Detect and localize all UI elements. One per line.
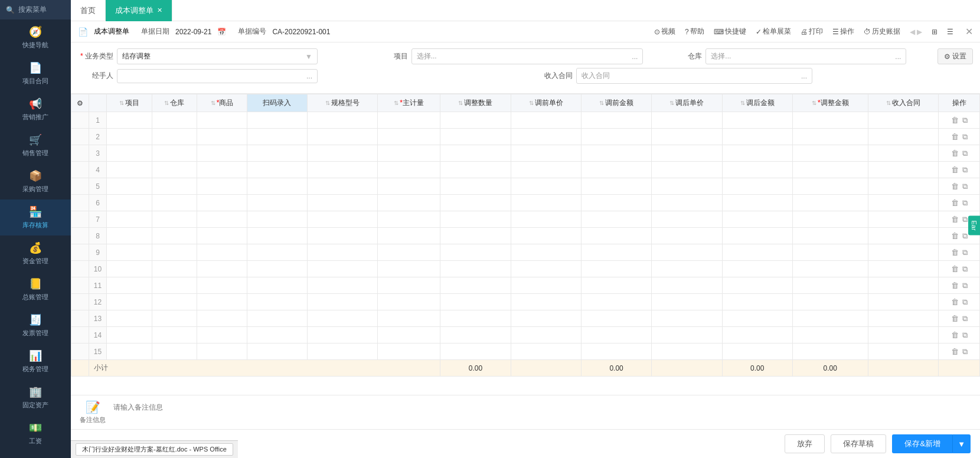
table-cell[interactable] [792,244,868,261]
table-cell[interactable] [511,277,581,294]
table-cell[interactable] [581,211,651,228]
table-cell[interactable] [868,228,938,244]
table-cell[interactable] [197,145,247,162]
sidebar-item-finance[interactable]: 💰 资金管理 [0,235,71,271]
table-cell[interactable] [107,277,152,294]
delete-row-icon[interactable]: 🗑 [951,314,959,323]
table-cell[interactable] [652,277,722,294]
table-cell[interactable] [197,112,247,129]
sidebar-item-payroll[interactable]: 💵 工资 [0,416,71,452]
table-cell[interactable] [107,178,152,195]
table-cell[interactable] [152,228,197,244]
table-cell[interactable] [581,344,651,360]
table-cell[interactable] [511,211,581,228]
table-cell[interactable] [107,228,152,244]
tab-close-icon[interactable]: ✕ [157,6,162,14]
table-cell[interactable] [152,277,197,294]
sidebar-item-sales-mgmt[interactable]: 🛒 销售管理 [0,127,71,163]
table-cell[interactable] [377,129,440,145]
table-cell[interactable] [307,178,377,195]
table-cell[interactable] [511,228,581,244]
table-cell[interactable] [197,344,247,360]
table-cell[interactable] [581,327,651,344]
table-cell[interactable] [722,277,792,294]
table-cell[interactable] [377,294,440,310]
table-cell[interactable] [247,261,308,277]
table-cell[interactable] [511,344,581,360]
table-cell[interactable] [197,277,247,294]
table-cell[interactable] [868,344,938,360]
table-cell[interactable] [652,112,722,129]
table-cell[interactable] [377,327,440,344]
table-cell[interactable] [652,129,722,145]
abandon-button[interactable]: 放弃 [785,434,825,453]
delete-row-icon[interactable]: 🗑 [951,165,959,174]
table-cell[interactable] [307,162,377,178]
table-cell[interactable] [377,145,440,162]
grid-view-btn[interactable]: ⊞ [929,28,940,36]
copy-row-icon[interactable]: ⧉ [962,116,968,125]
table-cell[interactable] [377,112,440,129]
table-cell[interactable] [511,261,581,277]
table-cell[interactable] [107,162,152,178]
table-cell[interactable] [107,112,152,129]
table-cell[interactable] [247,211,308,228]
table-cell[interactable] [792,344,868,360]
table-cell[interactable] [307,277,377,294]
table-cell[interactable] [247,327,308,344]
table-cell[interactable] [868,277,938,294]
warehouse-input[interactable]: 选择... ... [705,48,906,64]
table-cell[interactable] [307,112,377,129]
table-cell[interactable] [307,344,377,360]
table-cell[interactable] [440,162,511,178]
table-cell[interactable] [152,178,197,195]
table-cell[interactable] [868,310,938,327]
copy-row-icon[interactable]: ⧉ [962,231,968,240]
table-cell[interactable] [511,195,581,211]
table-cell[interactable] [722,162,792,178]
delete-row-icon[interactable]: 🗑 [951,331,959,339]
table-cell[interactable] [152,145,197,162]
table-cell[interactable] [652,211,722,228]
delete-row-icon[interactable]: 🗑 [951,198,959,207]
table-cell[interactable] [107,344,152,360]
table-cell[interactable] [377,244,440,261]
table-cell[interactable] [440,178,511,195]
table-cell[interactable] [868,261,938,277]
table-cell[interactable] [652,228,722,244]
delete-row-icon[interactable]: 🗑 [951,264,959,273]
table-cell[interactable] [652,145,722,162]
table-cell[interactable] [511,310,581,327]
copy-row-icon[interactable]: ⧉ [962,198,968,207]
table-cell[interactable] [581,145,651,162]
table-cell[interactable] [307,261,377,277]
table-cell[interactable] [107,244,152,261]
table-cell[interactable] [440,344,511,360]
table-cell[interactable] [307,327,377,344]
table-cell[interactable] [440,277,511,294]
shortcut-btn[interactable]: ⌨ 快捷键 [711,27,749,37]
table-cell[interactable] [722,195,792,211]
sidebar-search[interactable]: 🔍 搜索菜单 [0,0,71,19]
table-cell[interactable] [440,145,511,162]
table-cell[interactable] [652,195,722,211]
table-cell[interactable] [307,129,377,145]
table-cell[interactable] [652,261,722,277]
table-cell[interactable] [440,294,511,310]
table-cell[interactable] [247,145,308,162]
table-cell[interactable] [377,211,440,228]
table-cell[interactable] [152,261,197,277]
table-cell[interactable] [247,178,308,195]
table-cell[interactable] [868,294,938,310]
copy-row-icon[interactable]: ⧉ [962,297,968,306]
table-cell[interactable] [722,310,792,327]
table-cell[interactable] [307,294,377,310]
table-cell[interactable] [722,327,792,344]
settings-button[interactable]: ⚙ 设置 [937,48,973,64]
table-cell[interactable] [440,310,511,327]
table-cell[interactable] [377,178,440,195]
table-cell[interactable] [868,195,938,211]
table-cell[interactable] [377,310,440,327]
table-cell[interactable] [792,228,868,244]
delete-row-icon[interactable]: 🗑 [951,281,959,290]
